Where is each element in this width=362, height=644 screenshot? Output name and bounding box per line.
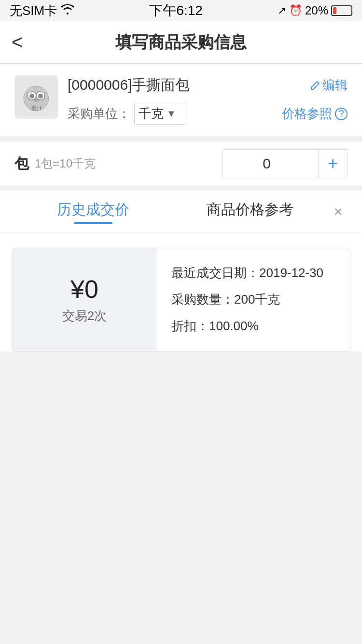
product-logo-svg: 数计 [19, 80, 53, 114]
battery-indicator [331, 5, 352, 16]
tab-close-button[interactable]: × [329, 198, 348, 225]
price-ref-info-icon: ? [335, 108, 348, 120]
divider-1 [0, 136, 362, 141]
quantity-plus-button[interactable]: + [319, 149, 348, 178]
purchase-qty-label: 采购数量： [171, 292, 234, 307]
quantity-left: 包 1包=10千克 [14, 154, 96, 174]
unit-value: 千克 [139, 105, 164, 122]
svg-point-5 [33, 99, 39, 102]
svg-point-4 [38, 94, 43, 98]
quantity-input[interactable] [222, 149, 319, 178]
status-time: 下午6:12 [149, 1, 203, 20]
carrier-label: 无SIM卡 [10, 2, 57, 19]
svg-text:数计: 数计 [31, 105, 42, 111]
discount-value: 100.00% [209, 319, 259, 333]
dropdown-arrow-icon: ▼ [167, 108, 176, 119]
wifi-icon [61, 3, 74, 18]
location-icon: ↗ [278, 4, 286, 17]
product-unit-row: 采购单位： 千克 ▼ 价格参照 ? [68, 103, 348, 125]
edit-button[interactable]: 编辑 [310, 77, 348, 94]
tabs-section: 历史成交价 商品价格参考 × ¥0 交易2次 最近成交日期：2019-12-30… [0, 190, 362, 351]
product-logo: 数计 [14, 75, 58, 119]
back-arrow-icon: < [12, 31, 23, 53]
history-price-left: ¥0 交易2次 [12, 248, 157, 351]
discount-label: 折扣： [171, 319, 209, 333]
edit-label: 编辑 [322, 77, 348, 94]
page-title: 填写商品采购信息 [115, 31, 247, 54]
unit-select-button[interactable]: 千克 ▼ [134, 103, 186, 125]
bottom-area [0, 366, 362, 644]
status-right: ↗ ⏰ 20% [278, 4, 352, 17]
tabs-header: 历史成交价 商品价格参考 × [0, 191, 362, 233]
close-icon: × [334, 203, 343, 220]
product-info: [0000006]手撕面包 编辑 采购单位： 千克 ▼ 价格参照 ? [68, 75, 348, 125]
tab-product-price-ref[interactable]: 商品价格参考 [172, 200, 329, 224]
plus-icon: + [328, 154, 338, 174]
history-price-value: ¥0 [70, 275, 98, 304]
history-trade-count: 交易2次 [62, 308, 107, 324]
recent-date-value: 2019-12-30 [259, 266, 323, 280]
unit-label: 采购单位： 千克 ▼ [68, 103, 186, 125]
quantity-section: 包 1包=10千克 + [0, 142, 362, 185]
quantity-unit-badge: 包 [14, 154, 29, 174]
quantity-right: + [222, 149, 348, 178]
purchase-qty-row: 采购数量：200千克 [171, 290, 335, 309]
quantity-conversion: 1包=10千克 [35, 156, 96, 171]
svg-point-3 [29, 94, 34, 98]
history-details: 最近成交日期：2019-12-30 采购数量：200千克 折扣：100.00% [157, 248, 350, 351]
back-button[interactable]: < [12, 31, 23, 53]
history-price-card: ¥0 交易2次 最近成交日期：2019-12-30 采购数量：200千克 折扣：… [12, 248, 350, 351]
price-ref-label: 价格参照 [282, 105, 332, 122]
tab1-label: 历史成交价 [57, 201, 129, 217]
edit-icon [310, 80, 320, 91]
status-bar: 无SIM卡 下午6:12 ↗ ⏰ 20% [0, 0, 362, 21]
product-card: 数计 [0000006]手撕面包 编辑 采购单位： 千克 ▼ 价格参照 [0, 64, 362, 136]
discount-row: 折扣：100.00% [171, 317, 335, 336]
recent-date-row: 最近成交日期：2019-12-30 [171, 264, 335, 282]
alarm-icon: ⏰ [289, 4, 302, 17]
price-ref-button[interactable]: 价格参照 ? [282, 105, 348, 122]
status-left: 无SIM卡 [10, 2, 74, 19]
tab-history-price[interactable]: 历史成交价 [14, 200, 172, 224]
nav-bar: < 填写商品采购信息 [0, 21, 362, 64]
tab2-label: 商品价格参考 [207, 201, 293, 217]
product-name: [0000006]手撕面包 [68, 75, 190, 95]
product-header: [0000006]手撕面包 编辑 [68, 75, 348, 95]
battery-percent: 20% [305, 4, 328, 17]
tab-active-indicator [74, 222, 112, 224]
unit-text: 采购单位： [68, 105, 130, 122]
recent-date-label: 最近成交日期： [171, 266, 259, 280]
purchase-qty-value: 200千克 [234, 292, 280, 307]
